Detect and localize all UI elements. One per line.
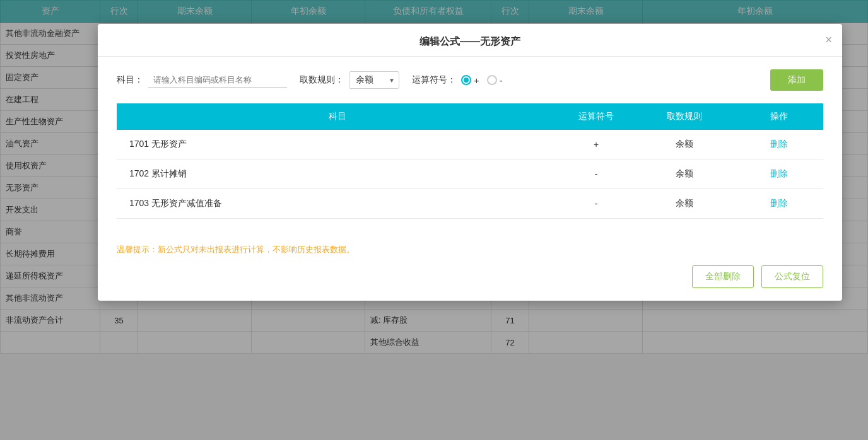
rule-label: 取数规则：	[300, 74, 344, 86]
radio-minus-circle[interactable]	[487, 75, 497, 85]
row3-subject: 1703 无形资产减值准备	[117, 189, 558, 219]
footer-buttons: 全部删除 公式复位	[117, 265, 823, 288]
rule-select-wrapper[interactable]: 余额 ▼	[349, 71, 399, 89]
edit-formula-modal: 编辑公式——无形资产 × 科目： 取数规则： 余额 ▼ 运算符号：	[98, 24, 842, 301]
radio-plus[interactable]: +	[461, 75, 479, 86]
modal-title: 编辑公式——无形资产	[419, 36, 520, 47]
operator-group: 运算符号： + -	[412, 74, 503, 86]
operator-radio-group: + -	[461, 75, 503, 86]
table-row: 1702 累计摊销 - 余额 删除	[117, 159, 823, 189]
th-rule: 取数规则	[634, 103, 735, 130]
modal-header: 编辑公式——无形资产 ×	[98, 24, 842, 57]
row3-delete-button[interactable]: 删除	[770, 198, 788, 209]
delete-all-button[interactable]: 全部删除	[692, 265, 754, 288]
subject-group: 科目：	[117, 72, 287, 88]
row1-rule: 余额	[634, 130, 735, 159]
row3-rule: 余额	[634, 189, 735, 219]
row1-delete-button[interactable]: 删除	[770, 139, 788, 150]
row2-operator: -	[558, 159, 634, 189]
table-row: 1701 无形资产 + 余额 删除	[117, 130, 823, 159]
row1-subject: 1701 无形资产	[117, 130, 558, 159]
table-header-row: 科目 运算符号 取数规则 操作	[117, 103, 823, 130]
form-row: 科目： 取数规则： 余额 ▼ 运算符号： +	[117, 69, 823, 91]
rule-value: 余额	[356, 74, 373, 84]
subject-input[interactable]	[148, 72, 287, 88]
radio-minus-label: -	[500, 75, 503, 86]
modal-body: 科目： 取数规则： 余额 ▼ 运算符号： +	[98, 57, 842, 244]
add-button[interactable]: 添加	[770, 69, 823, 91]
reset-formula-button[interactable]: 公式复位	[761, 265, 823, 288]
formula-table: 科目 运算符号 取数规则 操作 1701 无形资产 + 余额 删除 1702 累…	[117, 103, 823, 219]
th-subject: 科目	[117, 103, 558, 130]
warning-text: 温馨提示：新公式只对未出报表进行计算，不影响历史报表数据。	[117, 244, 823, 255]
radio-minus[interactable]: -	[487, 75, 503, 86]
row1-operator: +	[558, 130, 634, 159]
rule-group: 取数规则： 余额 ▼	[300, 71, 399, 89]
th-operator: 运算符号	[558, 103, 634, 130]
dropdown-arrow-icon: ▼	[389, 77, 395, 84]
radio-plus-circle[interactable]	[461, 75, 471, 85]
rule-select[interactable]: 余额 ▼	[349, 71, 399, 89]
th-action: 操作	[735, 103, 823, 130]
row2-subject: 1702 累计摊销	[117, 159, 558, 189]
close-icon[interactable]: ×	[825, 34, 832, 45]
operator-label: 运算符号：	[412, 74, 456, 86]
modal-footer: 温馨提示：新公式只对未出报表进行计算，不影响历史报表数据。 全部删除 公式复位	[98, 244, 842, 301]
row3-operator: -	[558, 189, 634, 219]
radio-plus-label: +	[474, 75, 479, 86]
row2-rule: 余额	[634, 159, 735, 189]
row2-delete-button[interactable]: 删除	[770, 168, 788, 180]
table-row: 1703 无形资产减值准备 - 余额 删除	[117, 189, 823, 219]
subject-label: 科目：	[117, 74, 143, 86]
